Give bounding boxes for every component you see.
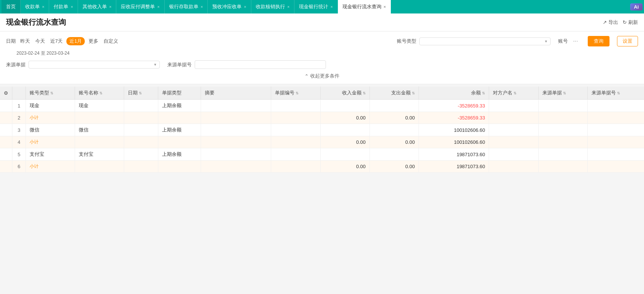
row-balance: -3528659.33 xyxy=(419,112,489,124)
col-gear[interactable]: ⚙ xyxy=(0,87,12,100)
export-button[interactable]: ↗ 导出 xyxy=(603,19,618,26)
nav-tab-4[interactable]: 银行存取款单 × xyxy=(165,0,208,13)
row-expense xyxy=(369,148,419,161)
row-doc-type: 上期余额 xyxy=(158,100,201,112)
col-source-doc-no[interactable]: 来源单据号⇅ xyxy=(587,87,644,100)
date-option-custom[interactable]: 自定义 xyxy=(102,37,120,45)
col-account-type[interactable]: 账号类型⇅ xyxy=(26,87,75,100)
table-row: 1 现金 现金 上期余额 -3528659.33 xyxy=(0,100,644,112)
nav-tab-0[interactable]: 收款单 × xyxy=(21,0,49,13)
close-icon[interactable]: × xyxy=(109,4,111,9)
col-index xyxy=(12,87,26,100)
date-filter: 日期 昨天 今天 近7天 近1月 更多 自定义 xyxy=(6,37,120,45)
row-account-name: 支付宝 xyxy=(75,148,124,161)
col-doc-no[interactable]: 单据编号⇅ xyxy=(271,87,320,100)
row-account-type: 小计 xyxy=(26,161,75,173)
row-income xyxy=(320,148,369,161)
ai-badge[interactable]: Ai xyxy=(630,3,642,10)
row-income xyxy=(320,124,369,136)
close-icon[interactable]: × xyxy=(384,4,386,9)
row-income: 0.00 xyxy=(320,136,369,148)
row-account-type: 小计 xyxy=(26,136,75,148)
source-doc-filter: 来源单据 ▾ xyxy=(6,61,160,69)
row-income: 0.00 xyxy=(320,112,369,124)
close-icon[interactable]: × xyxy=(42,4,44,9)
row-income xyxy=(320,100,369,112)
close-icon[interactable]: × xyxy=(71,4,73,9)
row-index: 3 xyxy=(12,124,26,136)
source-doc-num-input[interactable] xyxy=(195,60,326,69)
row-doc-no xyxy=(271,161,320,173)
nav-home[interactable]: 首页 xyxy=(2,0,21,13)
date-option-7days[interactable]: 近7天 xyxy=(49,37,64,45)
source-doc-select[interactable]: ▾ xyxy=(29,61,160,69)
top-nav: 首页 收款单 × 付款单 × 其他收入单 × 应收应付调整单 × 银行存取款单 … xyxy=(0,0,644,13)
date-option-today[interactable]: 今天 xyxy=(34,37,47,45)
filter-section: 日期 昨天 今天 近7天 近1月 更多 自定义 账号类型 ▾ 账号 ··· 查询 xyxy=(0,31,644,84)
close-icon[interactable]: × xyxy=(157,4,159,9)
close-icon[interactable]: × xyxy=(330,4,333,9)
row-account-name: 微信 xyxy=(75,124,124,136)
nav-tab-3[interactable]: 应收应付调整单 × xyxy=(116,0,164,13)
date-option-1month[interactable]: 近1月 xyxy=(66,37,85,45)
table-body: 1 现金 现金 上期余额 -3528659.33 2 小计 0.00 0.00 … xyxy=(0,100,644,173)
date-options: 昨天 今天 近7天 近1月 更多 自定义 xyxy=(19,37,120,45)
nav-tab-2[interactable]: 其他收入单 × xyxy=(78,0,116,13)
col-expense[interactable]: 支出金额⇅ xyxy=(369,87,419,100)
row-gear xyxy=(0,100,12,112)
row-balance: 100102606.60 xyxy=(419,124,489,136)
row-income: 0.00 xyxy=(320,161,369,173)
row-source-doc-no xyxy=(587,136,644,148)
row-account-type: 现金 xyxy=(26,100,75,112)
date-option-yesterday[interactable]: 昨天 xyxy=(19,37,32,45)
sort-icon: ⇅ xyxy=(513,91,516,95)
col-balance[interactable]: 余额⇅ xyxy=(419,87,489,100)
collapse-row: ⌃ 收起更多条件 xyxy=(6,73,638,79)
row-source-doc-no xyxy=(587,161,644,173)
row-source-doc xyxy=(538,124,587,136)
row-counterparty xyxy=(489,148,538,161)
table-row: 3 微信 微信 上期余额 100102606.60 xyxy=(0,124,644,136)
row-doc-no xyxy=(271,124,320,136)
close-icon[interactable]: × xyxy=(244,4,246,9)
row-counterparty xyxy=(489,124,538,136)
refresh-button[interactable]: ↻ 刷新 xyxy=(623,19,638,26)
collapse-button[interactable]: ⌃ 收起更多条件 xyxy=(305,73,339,79)
account-filter: 账号 ··· xyxy=(558,37,580,45)
close-icon[interactable]: × xyxy=(201,4,203,9)
row-source-doc xyxy=(538,136,587,148)
nav-tab-5[interactable]: 预收冲应收单 × xyxy=(208,0,251,13)
account-type-select[interactable]: ▾ xyxy=(419,37,551,45)
account-type-label: 账号类型 xyxy=(397,38,416,45)
sort-icon: ⇅ xyxy=(50,91,53,95)
nav-tab-1[interactable]: 付款单 × xyxy=(49,0,78,13)
nav-tab-6[interactable]: 收款核销执行 × xyxy=(251,0,294,13)
account-dots-button[interactable]: ··· xyxy=(571,37,580,45)
row-source-doc xyxy=(538,148,587,161)
row-doc-no xyxy=(271,100,320,112)
settings-button[interactable]: 设置 xyxy=(617,36,638,46)
col-date[interactable]: 日期⇅ xyxy=(124,87,158,100)
table-section: ⚙ 账号类型⇅ 账号名称⇅ 日期⇅ 单据类型 摘要 单据编号⇅ 收入金额⇅ 支出… xyxy=(0,87,644,173)
query-button[interactable]: 查询 xyxy=(588,36,609,46)
row-expense: 0.00 xyxy=(369,112,419,124)
col-account-name[interactable]: 账号名称⇅ xyxy=(75,87,124,100)
row-gear xyxy=(0,124,12,136)
chevron-down-icon: ▾ xyxy=(154,62,156,67)
close-icon[interactable]: × xyxy=(287,4,290,9)
source-doc-label: 来源单据 xyxy=(6,61,26,68)
nav-tab-8[interactable]: 现金银行流水查询 × xyxy=(338,0,391,13)
row-gear xyxy=(0,148,12,161)
page-title: 现金银行流水查询 xyxy=(6,17,66,27)
sort-icon: ⇅ xyxy=(363,91,366,95)
nav-tab-7[interactable]: 现金银行统计 × xyxy=(294,0,338,13)
col-counterparty[interactable]: 对方户名⇅ xyxy=(489,87,538,100)
col-source-doc[interactable]: 来源单据⇅ xyxy=(538,87,587,100)
row-counterparty xyxy=(489,112,538,124)
date-option-more[interactable]: 更多 xyxy=(87,37,100,45)
date-label: 日期 xyxy=(6,38,16,45)
col-income[interactable]: 收入金额⇅ xyxy=(320,87,369,100)
row-summary xyxy=(201,112,271,124)
row-date xyxy=(124,100,158,112)
row-balance: 19871073.60 xyxy=(419,148,489,161)
